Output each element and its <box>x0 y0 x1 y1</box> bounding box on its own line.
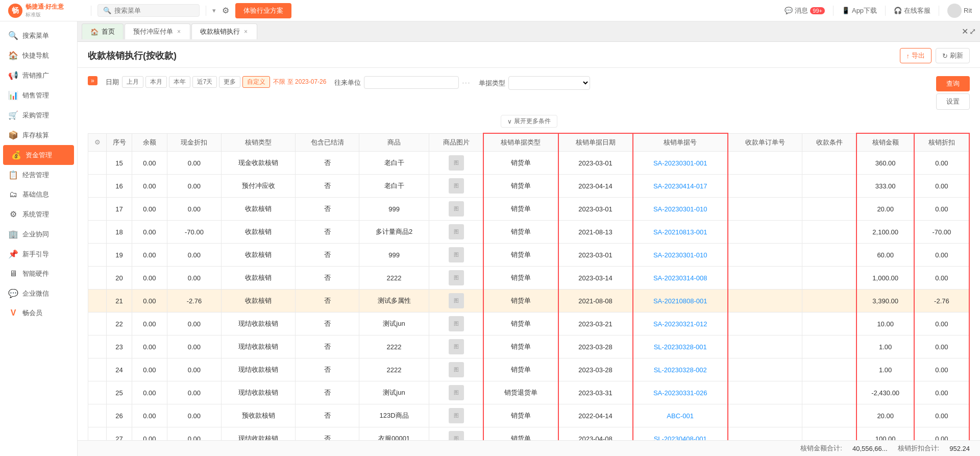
bill-no-link[interactable]: SL-20230408-001 <box>654 435 707 441</box>
td-include-settled: 否 <box>295 427 359 441</box>
member-icon: V <box>8 308 18 318</box>
export-icon: ↑ <box>906 52 910 60</box>
bill-no-link[interactable]: SL-20230328-001 <box>654 343 707 351</box>
td-no: 20 <box>107 267 132 290</box>
td-bill-no: SA-20210813-001 <box>633 221 728 244</box>
home-tab-icon: 🏠 <box>90 28 99 36</box>
expand-more-button[interactable]: ∨ 展开更多条件 <box>501 115 557 128</box>
export-button[interactable]: ↑ 导出 <box>900 48 932 63</box>
td-bill-type: 销货单 <box>483 175 558 198</box>
td-bill-type: 销货退货单 <box>483 381 558 404</box>
bill-no-link[interactable]: SL-20230328-002 <box>654 366 707 374</box>
tab-home[interactable]: 🏠 首页 <box>82 23 124 39</box>
th-writeoff-type: 核销类型 <box>222 133 296 152</box>
bill-no-link[interactable]: SA-20230301-010 <box>653 205 707 213</box>
tab-expand-button[interactable]: ⤢ <box>969 27 976 36</box>
sidebar-item-quicknav[interactable]: 🏠 快捷导航 <box>0 45 77 65</box>
td-gear <box>88 290 107 313</box>
tab-close-all-button[interactable]: ✕ <box>962 27 968 36</box>
td-cash-discount: 0.00 <box>167 244 222 267</box>
date-btn-thismonth[interactable]: 本月 <box>145 76 167 88</box>
bill-no-link[interactable]: SA-20230301-001 <box>653 159 707 167</box>
th-gear[interactable]: ⚙ <box>88 133 107 152</box>
bill-no-link[interactable]: SA-20230331-026 <box>653 389 707 397</box>
bill-no-link[interactable]: ABC-001 <box>667 412 694 420</box>
td-receipt-order <box>728 404 802 427</box>
bill-no-link[interactable]: SA-20230321-012 <box>653 320 707 328</box>
filter-settings-button[interactable]: 设置 <box>936 93 970 110</box>
td-no: 22 <box>107 313 132 335</box>
td-receipt-condition <box>802 427 856 441</box>
online-service-action[interactable]: 🎧 在线客服 <box>894 6 930 15</box>
messages-action[interactable]: 💬 消息 99+ <box>785 6 825 15</box>
tab-prepay[interactable]: 预付冲应付单 × <box>125 23 190 39</box>
tab-receipts-close[interactable]: × <box>243 28 249 35</box>
sidebar-item-label: 新手引导 <box>22 250 49 259</box>
td-bill-date: 2023-03-31 <box>558 381 633 404</box>
sidebar-item-inventory[interactable]: 📦 库存核算 <box>0 125 77 145</box>
td-cash-discount: 0.00 <box>167 152 222 175</box>
sidebar-item-guide[interactable]: 📌 新手引导 <box>0 244 77 264</box>
sidebar-item-system[interactable]: ⚙ 系统管理 <box>0 204 77 224</box>
footer-total-discount: 952.24 <box>949 445 970 452</box>
td-include-settled: 否 <box>295 198 359 221</box>
sidebar-item-sales[interactable]: 📊 销售管理 <box>0 85 77 105</box>
td-gear <box>88 221 107 244</box>
bill-no-link[interactable]: SA-20210813-001 <box>653 228 707 236</box>
td-receipt-condition <box>802 358 856 381</box>
sidebar-item-wechat[interactable]: 💬 企业微信 <box>0 283 77 303</box>
date-btn-lastmonth[interactable]: 上月 <box>122 76 143 88</box>
date-btn-custom[interactable]: 自定义 <box>242 76 270 88</box>
sidebar-item-operations[interactable]: 📋 经营管理 <box>0 165 77 185</box>
td-goods: 2222 <box>359 358 429 381</box>
bill-no-link[interactable]: SA-20210808-001 <box>653 297 707 305</box>
filter-expand-btn[interactable]: » <box>88 76 97 85</box>
date-btn-thisyear[interactable]: 本年 <box>169 76 190 88</box>
refresh-button[interactable]: ↻ 刷新 <box>936 48 970 63</box>
partner-input[interactable] <box>364 76 459 89</box>
sidebar-item-marketing[interactable]: 📢 营销推广 <box>0 65 77 85</box>
td-writeoff-amount: 333.00 <box>856 175 914 198</box>
tab-prepay-close[interactable]: × <box>176 28 182 35</box>
search-input[interactable] <box>114 7 176 14</box>
td-no: 27 <box>107 427 132 441</box>
tab-receipts[interactable]: 收款核销执行 × <box>191 23 257 39</box>
bill-no-link[interactable]: SA-20230314-008 <box>653 274 707 282</box>
date-btn-more[interactable]: 更多 <box>219 76 240 88</box>
voucher-type-select[interactable] <box>508 76 590 90</box>
td-cash-discount: 0.00 <box>167 427 222 441</box>
td-no: 21 <box>107 290 132 313</box>
sidebar-item-enterprise[interactable]: 🏢 企业协同 <box>0 224 77 244</box>
expand-row: ∨ 展开更多条件 <box>88 112 970 131</box>
user-profile[interactable]: Rit <box>947 4 972 18</box>
sidebar-item-hardware[interactable]: 🖥 智能硬件 <box>0 264 77 283</box>
td-writeoff-amount: 360.00 <box>856 152 914 175</box>
gear-icon[interactable]: ⚙ <box>94 138 101 146</box>
industry-solution-button[interactable]: 体验行业方案 <box>235 3 291 18</box>
sidebar-item-search[interactable]: 🔍 搜索菜单 <box>0 26 77 45</box>
bill-no-link[interactable]: SA-20230301-010 <box>653 251 707 259</box>
date-btn-7days[interactable]: 近7天 <box>192 76 217 88</box>
app-download-action[interactable]: 📱 App下载 <box>842 6 877 15</box>
filter-bar: » 日期 上月 本月 本年 近7天 更多 自定义 不限 至 2023-07-26 <box>78 68 980 133</box>
sidebar-item-basic[interactable]: 🗂 基础信息 <box>0 185 77 204</box>
expand-icon[interactable]: » <box>88 76 97 85</box>
td-bill-no: ABC-001 <box>633 404 728 427</box>
bill-no-link[interactable]: SA-20230414-017 <box>653 182 707 190</box>
sidebar-item-purchase[interactable]: 🛒 采购管理 <box>0 105 77 125</box>
logo-area: 畅 畅捷通·好生意 标准版 <box>8 3 85 18</box>
query-button[interactable]: 查询 <box>936 76 970 91</box>
td-writeoff-amount: 1,000.00 <box>856 267 914 290</box>
td-writeoff-amount: 10.00 <box>856 313 914 335</box>
td-bill-date: 2023-03-01 <box>558 198 633 221</box>
basic-icon: 🗂 <box>8 190 18 199</box>
settings-gear-button[interactable]: ⚙ <box>222 6 229 15</box>
td-cash-discount: -70.00 <box>167 221 222 244</box>
top-search-box[interactable]: 🔍 <box>97 4 200 17</box>
td-bill-date: 2023-04-08 <box>558 427 633 441</box>
sidebar-item-member[interactable]: V 畅会员 <box>0 303 77 323</box>
enterprise-icon: 🏢 <box>8 229 18 239</box>
td-no: 15 <box>107 152 132 175</box>
td-bill-date: 2023-03-28 <box>558 358 633 381</box>
sidebar-item-finance[interactable]: 💰 资金管理 <box>3 145 74 165</box>
